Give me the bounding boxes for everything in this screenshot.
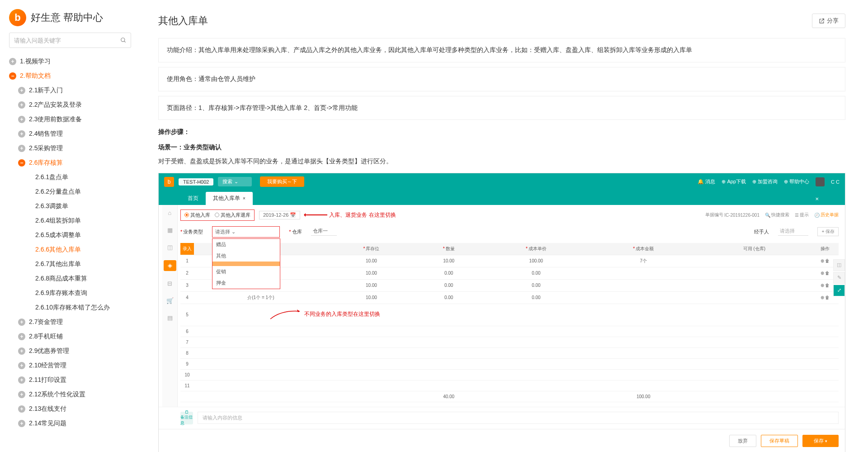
ss-avatar <box>816 177 825 186</box>
ss-logo-icon: b <box>164 177 174 187</box>
nav-2-4[interactable]: +2.4销售管理 <box>9 127 131 141</box>
nav-label: 2.7资金管理 <box>29 318 63 326</box>
nav-2-6-4[interactable]: 2.6.4组装拆卸单 <box>9 214 131 228</box>
nav-label: 2.3使用前数据准备 <box>29 115 82 124</box>
table-row: 10 <box>180 369 839 380</box>
svg-line-1 <box>124 41 126 43</box>
table-row: 11 <box>180 380 839 391</box>
logo-text: 好生意 帮助中心 <box>31 11 103 24</box>
plus-icon: + <box>18 101 25 109</box>
ss-order-label: 单据编号 IC-20191226-001 <box>705 212 760 218</box>
table-row: 6 <box>180 326 839 337</box>
ss-tab-active: 其他入库单× <box>206 192 253 205</box>
required-icon: * <box>289 229 291 234</box>
nav-label: 2.6.6其他入库单 <box>35 246 81 254</box>
ss-biztype-label: *业务类型 <box>180 228 203 235</box>
nav-docs[interactable]: −2.帮助文档 <box>9 69 131 83</box>
nav-2-6-9[interactable]: 2.6.9库存账本查询 <box>9 286 131 300</box>
arrow-icon <box>305 214 327 215</box>
plus-icon: + <box>18 333 25 340</box>
ss-doc-links: 单据编号 IC-20191226-001 🔍快捷搜索 ☰提示 🕘历史单据 <box>705 212 839 218</box>
table-totals: 40.00100.00 <box>180 391 839 402</box>
nav-2-5[interactable]: +2.5采购管理 <box>9 141 131 156</box>
nav-2-11[interactable]: +2.11打印设置 <box>9 373 131 387</box>
nav-2-6-6[interactable]: 2.6.6其他入库单 <box>9 243 131 257</box>
stock-icon: ◈ <box>164 260 176 271</box>
logo-icon: b <box>9 9 26 26</box>
dd-item: 促销 <box>212 266 280 277</box>
ss-topbar-left: b TEST-H002 搜索 ⌄ 我要购买～下 <box>164 176 304 187</box>
path-label: 页面路径： <box>167 104 198 111</box>
cart-icon: 🛒 <box>165 296 175 305</box>
nav-2-6-8[interactable]: 2.6.8商品成本重算 <box>9 271 131 286</box>
required-icon: * <box>180 229 182 234</box>
nav-2-7[interactable]: +2.7资金管理 <box>9 315 131 329</box>
table-row: 5不同业务的入库类型在这里切换 <box>180 304 839 326</box>
ss-add-btn: + 保存 <box>817 227 839 236</box>
nav-2-2[interactable]: +2.2产品安装及登录 <box>9 98 131 112</box>
nav-label: 2.2产品安装及登录 <box>29 101 82 109</box>
nav-2-1[interactable]: +2.1新手入门 <box>9 83 131 98</box>
ss-remark-row: 🗒备注信息 请输入内容的信息 <box>159 407 845 429</box>
page-title: 其他入库单 <box>158 14 208 28</box>
steps-label: 操作步骤： <box>158 128 845 136</box>
nav-2-6-7[interactable]: 2.6.7其他出库单 <box>9 257 131 271</box>
nav-2-12[interactable]: +2.12系统个性化设置 <box>9 387 131 402</box>
ss-topbar-right: 🔔 消息 ⊕ App下载 ⊕ 加盟咨询 ⊕ 帮助中心 C C <box>698 177 840 186</box>
nav-label: 2.6.8商品成本重算 <box>35 275 87 283</box>
nav-2-13[interactable]: +2.13在线支付 <box>9 402 131 416</box>
ss-quicksearch: 🔍快捷搜索 <box>765 212 789 218</box>
tool-1-icon: ◫ <box>833 259 845 271</box>
table-row: 4介(1个 = 1个)10.000.000.00⊕ 🗑 <box>180 291 839 304</box>
share-button[interactable]: 分享 <box>812 14 845 28</box>
nav-2-6-1[interactable]: 2.6.1盘点单 <box>9 170 131 185</box>
intro-box: 功能介绍：其他入库单用来处理除采购入库、产成品入库之外的其他入库业务，因此其他入… <box>158 38 845 62</box>
ss-jsr-label: 经手人 <box>754 228 769 235</box>
close-icon: × <box>243 196 245 201</box>
nav-2-6[interactable]: −2.6库存核算 <box>9 156 131 170</box>
logo: b 好生意 帮助中心 <box>9 9 131 26</box>
plus-icon: + <box>18 130 25 138</box>
nav-label: 2.10经营管理 <box>29 362 66 370</box>
th-loc: *库存位 <box>328 243 415 255</box>
nav-2-6-3[interactable]: 2.6.3调拨单 <box>9 199 131 214</box>
ss-username: C C <box>831 179 840 185</box>
nav-2-6-2[interactable]: 2.6.2分量盘点单 <box>9 185 131 199</box>
nav-label: 2.6.9库存账本查询 <box>35 289 87 297</box>
ss-radio-in: 其他入库 <box>184 212 210 219</box>
ss-search: 搜索 ⌄ <box>218 177 251 186</box>
ss-annotation-1: 入库、退货业务 在这里切换 <box>305 211 396 219</box>
plus-icon: + <box>18 87 25 94</box>
dd-item: 赠品 <box>212 239 280 250</box>
nav-2-3[interactable]: +2.3使用前数据准备 <box>9 112 131 127</box>
intro-label: 功能介绍： <box>167 46 198 53</box>
scene1-text: 对于受赠、盘盈或是拆装入库等不同的业务，是通过单据头【业务类型】进行区分。 <box>158 155 845 167</box>
nav-2-14[interactable]: +2.14常见问题 <box>9 416 131 431</box>
nav-label: 2.6.2分量盘点单 <box>35 188 81 196</box>
ss-link-app: ⊕ App下载 <box>722 178 746 185</box>
plus-icon: + <box>18 116 25 123</box>
ss-annotation-2: 不同业务的入库类型在这里切换 <box>268 308 837 321</box>
nav-video[interactable]: +1.视频学习 <box>9 54 131 69</box>
ss-remark-input: 请输入内容的信息 <box>198 412 839 424</box>
radio-icon <box>184 213 189 217</box>
nav-2-8[interactable]: +2.8手机旺铺 <box>9 329 131 344</box>
nav-2-6-10[interactable]: 2.6.10库存账本错了怎么办 <box>9 300 131 315</box>
search-input[interactable] <box>9 33 131 48</box>
ss-tab-home: 首页 <box>180 192 206 205</box>
main-content: 其他入库单 分享 功能介绍：其他入库单用来处理除采购入库、产成品入库之外的其他入… <box>140 0 868 452</box>
nav-2-10[interactable]: +2.10经营管理 <box>9 358 131 373</box>
plus-icon: + <box>18 362 25 369</box>
nav-2-6-5[interactable]: 2.6.5成本调整单 <box>9 228 131 243</box>
dd-item-selected <box>212 262 280 266</box>
ss-radio-return: 其他入库退库 <box>215 212 250 219</box>
table-row: 8 <box>180 347 839 358</box>
ss-date: 2019-12-26 📅 <box>259 211 300 219</box>
path-box: 页面路径：1、库存核算->库存管理->其他入库单 2、首页->常用功能 <box>158 96 845 120</box>
search-button[interactable] <box>116 33 131 48</box>
minus-icon: − <box>9 72 16 80</box>
example-screenshot: b TEST-H002 搜索 ⌄ 我要购买～下 🔔 消息 ⊕ App下载 ⊕ 加… <box>158 173 845 452</box>
ss-wh-val: 仓库一 <box>311 228 337 236</box>
nav-2-9[interactable]: +2.9优惠券管理 <box>9 344 131 358</box>
nav-label: 2.6库存核算 <box>29 159 63 167</box>
